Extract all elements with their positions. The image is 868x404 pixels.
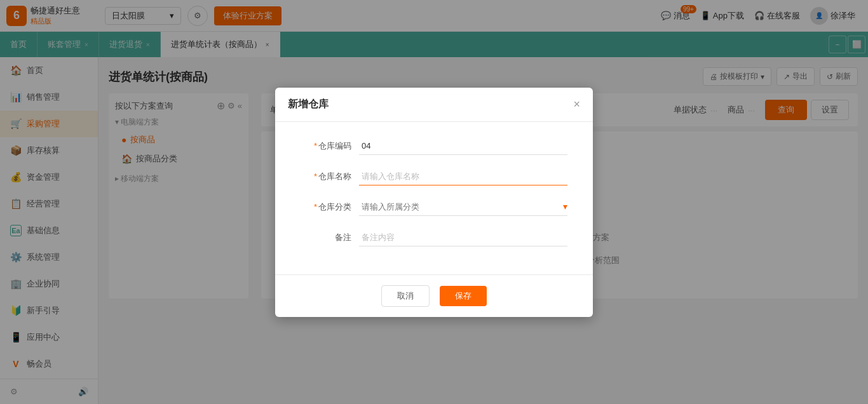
modal-title: 新增仓库 xyxy=(288,98,329,111)
modal-footer: 取消 保存 xyxy=(275,274,593,317)
modal-close-button[interactable]: × xyxy=(573,98,580,111)
modal-add-warehouse: 新增仓库 × *仓库编码 *仓库名称 *仓库分类 xyxy=(275,88,593,317)
name-label: *仓库名称 xyxy=(301,171,351,182)
form-row-code: *仓库编码 xyxy=(301,137,567,155)
category-label: *仓库分类 xyxy=(301,201,351,213)
modal-body: *仓库编码 *仓库名称 *仓库分类 ▾ xyxy=(275,122,593,274)
form-row-category: *仓库分类 ▾ xyxy=(301,198,567,216)
remark-input[interactable] xyxy=(359,229,567,246)
category-input[interactable] xyxy=(359,198,563,215)
name-input[interactable] xyxy=(359,168,567,185)
modal-overlay: 新增仓库 × *仓库编码 *仓库名称 *仓库分类 xyxy=(0,0,868,404)
remark-label: 备注 xyxy=(301,232,351,243)
form-row-remark: 备注 xyxy=(301,229,567,246)
modal-header: 新增仓库 × xyxy=(275,88,593,122)
code-label: *仓库编码 xyxy=(301,140,351,152)
code-input[interactable] xyxy=(359,137,567,155)
save-button[interactable]: 保存 xyxy=(440,286,487,306)
category-select[interactable]: ▾ xyxy=(359,198,567,216)
form-row-name: *仓库名称 xyxy=(301,168,567,185)
chevron-down-icon: ▾ xyxy=(563,201,567,212)
cancel-button[interactable]: 取消 xyxy=(381,285,430,307)
